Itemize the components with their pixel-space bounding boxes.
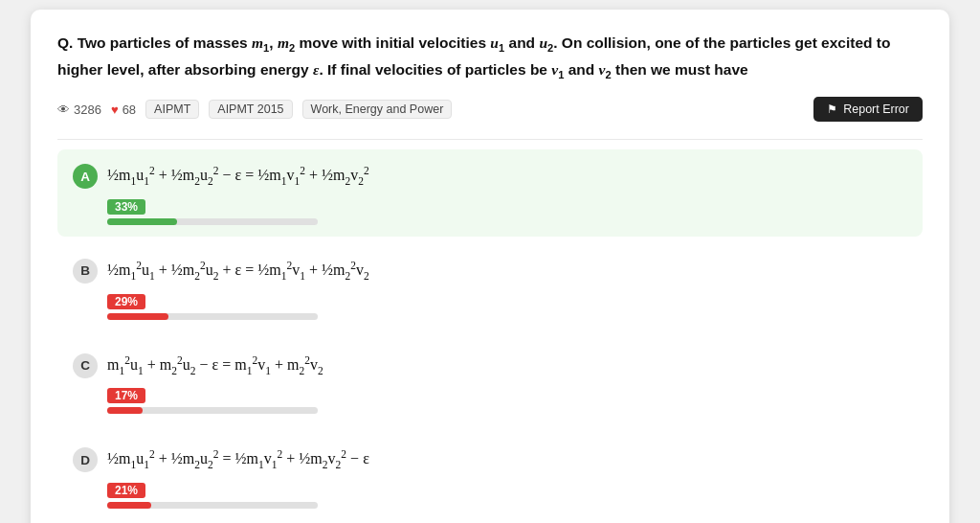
option-a-row: A ½m1u12 + ½m2u22 − ε = ½m1v12 + ½m2v22 …	[57, 149, 923, 237]
option-c-header: C m12u1 + m22u2 − ε = m12v1 + m22v2	[73, 352, 907, 379]
option-c-formula: m12u1 + m22u2 − ε = m12v1 + m22v2	[107, 352, 323, 379]
option-a-header: A ½m1u12 + ½m2u22 − ε = ½m1v12 + ½m2v22	[73, 163, 907, 190]
option-a-formula: ½m1u12 + ½m2u22 − ε = ½m1v12 + ½m2v22	[107, 163, 369, 190]
tag-work-energy-power: Work, Energy and Power	[302, 100, 453, 119]
option-d-row: D ½m1u12 + ½m2u22 = ½m1v12 + ½m2v22 − ε …	[57, 433, 923, 520]
views-count: 3286	[74, 102, 101, 117]
options-list: A ½m1u12 + ½m2u22 − ε = ½m1v12 + ½m2v22 …	[57, 149, 923, 520]
likes-count: 68	[122, 102, 136, 117]
option-b-bar-fill	[107, 313, 168, 320]
option-a-label: A	[73, 164, 98, 189]
option-c-bar-track	[107, 407, 318, 414]
report-btn-label: Report Error	[843, 102, 909, 116]
option-c-stats: 17%	[107, 386, 907, 414]
option-a-stats: 33%	[107, 197, 907, 225]
question-card: Q. Two particles of masses m1, m2 move w…	[31, 10, 949, 523]
option-b-header: B ½m12u1 + ½m22u2 + ε = ½m12v1 + ½m22v2	[73, 258, 907, 284]
report-error-button[interactable]: ⚑ Report Error	[813, 97, 923, 122]
option-b-stats: 29%	[107, 292, 907, 320]
option-d-stats: 21%	[107, 481, 907, 509]
option-c-row: C m12u1 + m22u2 − ε = m12v1 + m22v2 17%	[57, 339, 923, 426]
option-d-percent: 21%	[107, 483, 145, 498]
option-b-formula: ½m12u1 + ½m22u2 + ε = ½m12v1 + ½m22v2	[107, 258, 369, 284]
option-d-label: D	[73, 447, 98, 472]
option-c-bar-fill	[107, 407, 143, 414]
eye-icon: 👁	[57, 102, 70, 117]
option-d-bar-track	[107, 502, 318, 509]
option-b-bar-track	[107, 313, 318, 320]
flag-icon: ⚑	[827, 102, 837, 116]
tag-aipmt: AIPMT	[145, 100, 199, 119]
option-c-label: C	[73, 353, 98, 378]
option-d-formula: ½m1u12 + ½m2u22 = ½m1v12 + ½m2v22 − ε	[107, 446, 369, 473]
option-b-percent: 29%	[107, 294, 145, 309]
views-meta: 👁 3286	[57, 102, 101, 117]
likes-meta: ♥ 68	[111, 102, 136, 117]
heart-icon: ♥	[111, 102, 119, 117]
option-d-bar-fill	[107, 502, 151, 509]
option-b-label: B	[73, 259, 98, 284]
option-c-percent: 17%	[107, 388, 145, 403]
divider	[57, 139, 923, 140]
meta-bar: 👁 3286 ♥ 68 AIPMT AIPMT 2015 Work, Energ…	[57, 97, 923, 122]
option-a-bar-fill	[107, 218, 177, 225]
option-a-percent: 33%	[107, 199, 145, 215]
option-d-header: D ½m1u12 + ½m2u22 = ½m1v12 + ½m2v22 − ε	[73, 446, 907, 473]
option-a-bar-track	[107, 218, 318, 225]
tag-aipmt-2015: AIPMT 2015	[209, 100, 292, 119]
question-text: Q. Two particles of masses m1, m2 move w…	[57, 31, 923, 83]
option-b-row: B ½m12u1 + ½m22u2 + ε = ½m12v1 + ½m22v2 …	[57, 244, 923, 331]
